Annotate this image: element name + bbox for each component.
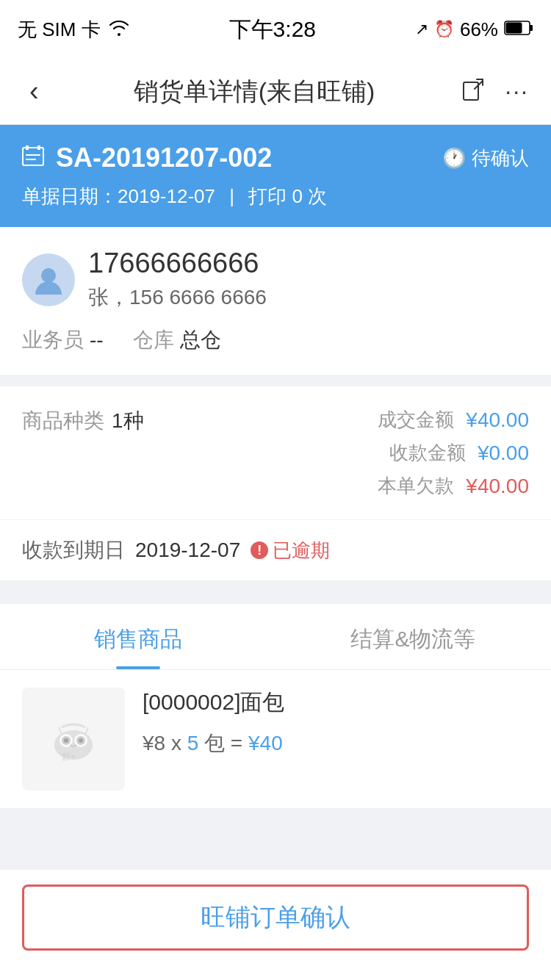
product-type-info: 商品种类 1种: [22, 407, 144, 435]
confirm-order-button[interactable]: 旺铺订单确认: [22, 884, 529, 951]
warehouse-meta: 仓库 总仓: [133, 326, 221, 354]
bottom-bar: 旺铺订单确认: [0, 870, 551, 980]
order-icon: [22, 143, 47, 173]
customer-section: 17666666666 张，156 6666 6666 业务员 -- 仓库 总仓: [0, 227, 551, 375]
battery-text: 66%: [460, 18, 498, 41]
nav-bar: ‹ 销货单详情(来自旺铺) ···: [0, 59, 551, 125]
tabs-row: 销售商品 结算&物流等: [0, 604, 551, 669]
svg-rect-4: [23, 148, 43, 165]
customer-meta: 业务员 -- 仓库 总仓: [22, 326, 529, 354]
status-right-icons: ↗ ⏰ 66%: [415, 18, 533, 41]
overdue-icon: !: [251, 541, 268, 559]
alarm-icon: ⏰: [434, 20, 454, 39]
svg-rect-3: [464, 82, 478, 100]
order-date-line: 单据日期：2019-12-07 | 打印 0 次: [22, 184, 529, 209]
product-list: 舒+ [0000002]面包 ¥8 x 5 包 = ¥40: [0, 670, 551, 808]
status-bar: 无 SIM 卡 下午3:28 ↗ ⏰ 66%: [0, 0, 551, 59]
carrier-text: 无 SIM 卡: [18, 17, 101, 43]
due-date-section: 收款到期日 2019-12-07 ! 已逾期: [0, 519, 551, 580]
svg-point-9: [41, 268, 56, 283]
amount-summary: 成交金额 ¥40.00 收款金额 ¥0.00 本单欠款 ¥40.00: [378, 407, 529, 499]
summary-section: 商品种类 1种 成交金额 ¥40.00 收款金额 ¥0.00 本单欠款 ¥40.…: [0, 386, 551, 519]
share-button[interactable]: [462, 76, 487, 107]
received-amount-row: 收款金额 ¥0.00: [389, 440, 529, 466]
tab-products[interactable]: 销售商品: [0, 604, 276, 669]
product-price-row: ¥8 x 5 包 = ¥40: [143, 729, 529, 757]
svg-rect-2: [505, 22, 522, 33]
order-id: SA-20191207-002: [22, 143, 272, 173]
clock-icon: 🕐: [442, 147, 466, 170]
back-button[interactable]: ‹: [22, 68, 46, 115]
divider-1: [0, 375, 551, 386]
balance-amount-row: 本单欠款 ¥40.00: [378, 473, 529, 499]
product-details: [0000002]面包 ¥8 x 5 包 = ¥40: [143, 688, 529, 757]
svg-point-16: [79, 738, 83, 743]
svg-point-15: [64, 738, 68, 743]
deal-amount-row: 成交金额 ¥40.00: [378, 407, 529, 433]
tabs-section: 销售商品 结算&物流等: [0, 604, 551, 670]
svg-rect-5: [26, 145, 29, 150]
customer-info: 17666666666 张，156 6666 6666: [88, 248, 267, 311]
svg-text:舒+: 舒+: [62, 752, 76, 761]
order-status: 🕐 待确认: [442, 145, 529, 171]
customer-name: 张，156 6666 6666: [88, 284, 267, 311]
status-time: 下午3:28: [229, 15, 316, 45]
order-header-card: SA-20191207-002 🕐 待确认 单据日期：2019-12-07 | …: [0, 125, 551, 227]
avatar: [22, 253, 75, 306]
nav-right-actions: ···: [462, 76, 529, 107]
location-icon: ↗: [415, 20, 428, 39]
page-title: 销货单详情(来自旺铺): [134, 75, 375, 109]
tab-settlement[interactable]: 结算&物流等: [276, 604, 551, 669]
divider-2: [0, 580, 551, 592]
more-button[interactable]: ···: [505, 78, 529, 105]
customer-phone: 17666666666: [88, 248, 267, 279]
wifi-icon: [108, 18, 130, 41]
svg-rect-6: [37, 145, 40, 150]
product-name: [0000002]面包: [143, 688, 529, 718]
battery-icon: [504, 18, 533, 41]
svg-rect-1: [530, 25, 533, 31]
product-item: 舒+ [0000002]面包 ¥8 x 5 包 = ¥40: [22, 688, 529, 790]
status-carrier-wifi: 无 SIM 卡: [18, 17, 130, 43]
overdue-badge: ! 已逾期: [251, 538, 330, 563]
salesman-meta: 业务员 --: [22, 326, 104, 354]
product-image: 舒+: [22, 688, 125, 790]
